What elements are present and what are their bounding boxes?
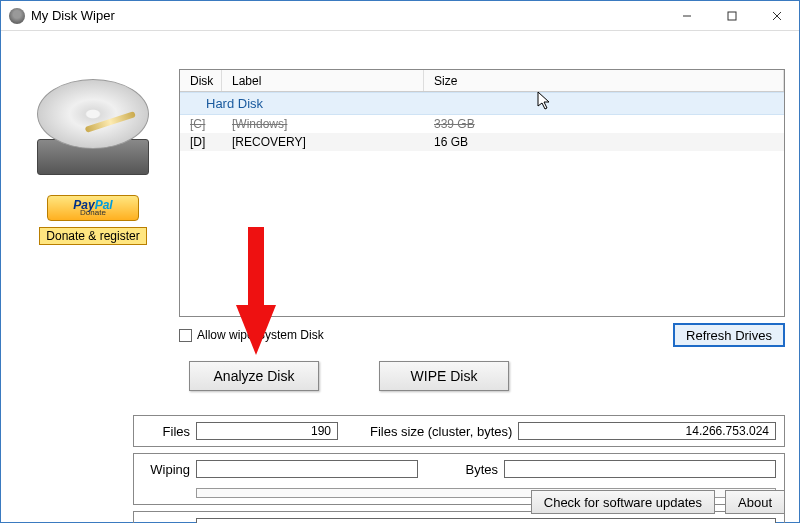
progress-label: Progress — [142, 520, 190, 524]
wiping-value — [196, 460, 418, 478]
wipe-disk-button[interactable]: WIPE Disk — [379, 361, 509, 391]
svg-rect-1 — [728, 12, 736, 20]
bytes-label: Bytes — [424, 462, 498, 477]
table-header-row: Disk Label Size — [180, 70, 784, 92]
annotation-arrow-icon — [233, 227, 279, 357]
table-row[interactable]: [D] [RECOVERY] 16 GB — [180, 133, 784, 151]
files-label: Files — [142, 424, 190, 439]
col-header-disk[interactable]: Disk — [180, 70, 222, 91]
table-group-harddisk[interactable]: Hard Disk — [180, 92, 784, 115]
minimize-button[interactable] — [664, 1, 709, 30]
svg-marker-5 — [236, 305, 276, 355]
left-panel: PayPal Donate Donate & register — [23, 69, 163, 245]
wiping-label: Wiping — [142, 462, 190, 477]
app-icon — [9, 8, 25, 24]
app-window: My Disk Wiper PayPal Donate Donate & reg… — [0, 0, 800, 523]
harddisk-illustration — [29, 69, 157, 179]
mouse-cursor-icon — [537, 91, 553, 111]
files-size-label: Files size (cluster, bytes) — [370, 424, 512, 439]
files-value: 190 — [196, 422, 338, 440]
check-updates-button[interactable]: Check for software updates — [531, 490, 715, 514]
paypal-donate-button[interactable]: PayPal Donate — [47, 195, 139, 221]
svg-rect-4 — [248, 227, 264, 307]
about-button[interactable]: About — [725, 490, 785, 514]
files-size-value: 14.266.753.024 — [518, 422, 776, 440]
analyze-disk-button[interactable]: Analyze Disk — [189, 361, 319, 391]
col-header-size[interactable]: Size — [424, 70, 784, 91]
progress-value — [196, 518, 776, 523]
content-area: PayPal Donate Donate & register Disk Lab… — [1, 31, 799, 522]
table-row[interactable]: [C] [Windows] 339 GB — [180, 115, 784, 133]
allow-wipe-system-checkbox[interactable] — [179, 329, 192, 342]
titlebar: My Disk Wiper — [1, 1, 799, 31]
refresh-drives-button[interactable]: Refresh Drives — [673, 323, 785, 347]
col-header-label[interactable]: Label — [222, 70, 424, 91]
close-button[interactable] — [754, 1, 799, 30]
window-title: My Disk Wiper — [31, 8, 664, 23]
maximize-button[interactable] — [709, 1, 754, 30]
donate-register-link[interactable]: Donate & register — [39, 227, 146, 245]
bytes-value — [504, 460, 776, 478]
